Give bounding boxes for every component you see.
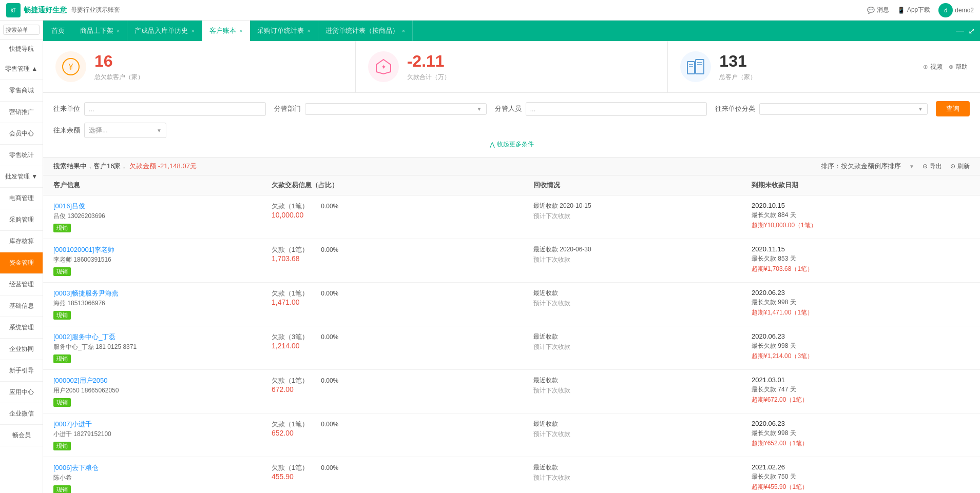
stat-info-customers: 16 总欠款客户（家） [94,52,144,82]
debt-amount-5: 652.00 [272,429,309,437]
filter-往来单位分类-select[interactable]: ▼ [759,103,928,115]
sidebar-item-purchase[interactable]: 采购管理 [0,209,43,231]
table-row: [0006]去下粮仓 陈小希 现销 欠款（1笔） 455.90 0.00% 最近… [43,457,980,493]
tab-product-off-close[interactable]: × [117,28,120,34]
sidebar-item-ecommerce[interactable]: 电商管理 [0,188,43,209]
video-help-btn[interactable]: ⊙ 视频 [923,63,942,71]
sidebar-item-member-center[interactable]: 会员中心 [0,123,43,145]
overdue-link-3[interactable]: 超期¥1,214.00（3笔） [752,352,970,361]
customer-tag-0: 现销 [53,224,71,232]
filter-往来单位-input[interactable]: ... [84,102,266,116]
sidebar-item-newbie[interactable]: 新手引导 [0,360,43,382]
overdue-link-0[interactable]: 超期¥10,000.00（1笔） [752,221,970,230]
debt-ratio-5: 0.00% [321,421,338,428]
filter-分管部门-select[interactable]: ▼ [305,103,487,115]
sidebar-item-app-center[interactable]: 应用中心 [0,382,43,403]
sidebar-item-enterprise-wechat[interactable]: 企业微信 [0,403,43,425]
table-row: [0002]服务中心_丁磊 服务中心_丁磊 181 0125 8371 现销 欠… [43,326,980,370]
collection-cell-1: 最近收款 2020-06-30 预计下次收款 [533,245,752,264]
refresh-btn[interactable]: ⊙ 刷新 [950,162,970,171]
tab-production-history-close[interactable]: × [191,28,194,34]
app-download-label: App下载 [907,6,930,14]
customer-name-5[interactable]: [0007]小进千 [53,420,272,429]
export-label: 导出 [930,162,942,171]
tab-customer-account[interactable]: 客户账本 × [202,21,250,41]
customer-cell-5: [0007]小进千 小进千 18279152100 现销 [53,420,272,450]
tab-product-off[interactable]: 商品上下架 × [73,21,127,41]
customer-name-2[interactable]: [0003]畅捷服务尹海燕 [53,289,272,298]
sidebar-item-basic-info[interactable]: 基础信息 [0,295,43,317]
overdue-link-5[interactable]: 超期¥652.00（1笔） [752,439,970,448]
tab-production-history[interactable]: 产成品入库单历史 × [127,21,202,41]
debt-amount-4: 672.00 [272,385,309,393]
overdue-link-1[interactable]: 超期¥1,703.68（1笔） [752,265,970,273]
collapse-btn[interactable]: ⋀ 收起更多条件 [53,138,970,153]
sidebar-item-retail-mall[interactable]: 零售商城 [0,80,43,102]
message-icon: 💬 [867,7,875,14]
overdue-date-1: 2020.11.15 [752,245,970,253]
tab-purchase-order[interactable]: 采购订单统计表 × [250,21,318,41]
sidebar-item-member-vip[interactable]: 畅会员 [0,425,43,446]
tab-purchase-stats[interactable]: 进货单统计表（按商品） × [318,21,413,41]
customer-tag-4: 现销 [53,398,71,407]
debt-ratio-3: 0.00% [321,333,338,341]
results-bar: 搜索结果中，客户16家， 欠款金额 -21,148.07元 排序：按欠款金额倒序… [43,157,980,175]
help-btn[interactable]: ⊙ 帮助 [949,63,968,71]
filter-往来余额-dropdown[interactable]: 选择... ▼ [84,123,166,138]
last-collection-3: 最近收款 [533,332,752,341]
customer-tag-3: 现销 [53,354,71,363]
sidebar-item-system[interactable]: 系统管理 [0,317,43,339]
sidebar-item-batch-mgmt[interactable]: 批发管理 ▼ [0,166,43,188]
table-container: 客户信息 欠款交易信息（占比） 回收情况 到期未收款日期 [0016]吕俊 吕俊… [43,175,980,493]
sidebar-item-inventory[interactable]: 库存核算 [0,231,43,252]
sidebar-item-marketing[interactable]: 营销推广 [0,102,43,123]
sidebar-item-enterprise-collab[interactable]: 企业协同 [0,339,43,360]
window-minimize-icon[interactable]: — [956,26,964,35]
debt-amount-3: 1,214.00 [272,342,309,350]
filter-分管人员-input[interactable]: ... [526,102,707,116]
tab-purchase-order-close[interactable]: × [307,28,310,34]
filter-area: 往来单位 ... 分管部门 ▼ 分管人员 [43,93,980,157]
stat-label-total: 总客户（家） [719,73,756,82]
customer-name-3[interactable]: [0002]服务中心_丁磊 [53,332,272,342]
svg-rect-4 [696,60,704,74]
overdue-date-0: 2020.10.15 [752,202,970,209]
overdue-link-2[interactable]: 超期¥1,471.00（1笔） [752,308,970,317]
debt-ratio-2: 0.00% [321,290,338,297]
stat-label-debt: 欠款合计（万） [407,73,450,82]
customer-name-0[interactable]: [0016]吕俊 [53,202,272,211]
filter-分管部门-label: 分管部门 [274,104,301,113]
quick-nav[interactable]: 快捷导航 [0,40,43,58]
customer-name-1[interactable]: [0001020001]李老师 [53,245,272,254]
customer-cell-4: [000002]用户2050 用户2050 18665062050 现销 [53,376,272,407]
customer-name-4[interactable]: [000002]用户2050 [53,376,272,385]
search-input[interactable] [3,25,40,35]
sidebar-item-retail-mgmt[interactable]: 零售管理 ▲ [0,58,43,80]
message-action[interactable]: 💬 消息 [867,6,889,14]
tab-home[interactable]: 首页 [43,26,73,35]
tab-purchase-stats-close[interactable]: × [402,28,405,34]
customer-tag-1: 现销 [53,267,71,276]
tab-customer-account-close[interactable]: × [239,28,242,34]
sidebar-item-finance[interactable]: 资金管理 [0,252,43,274]
download-icon: 📱 [897,7,905,14]
sidebar-item-retail-stats[interactable]: 零售统计 [0,145,43,166]
filter-往来单位-label: 往来单位 [53,104,80,113]
table-row: [0007]小进千 小进千 18279152100 现销 欠款（1笔） 652.… [43,413,980,457]
overdue-link-6[interactable]: 超期¥455.90（1笔） [752,483,970,491]
customer-tag-5: 现销 [53,442,71,450]
filter-往来余额-placeholder: 选择... [89,126,108,135]
filter-row-1: 往来单位 ... 分管部门 ▼ 分管人员 [53,101,970,116]
overdue-link-4[interactable]: 超期¥672.00（1笔） [752,396,970,404]
collapse-icon: ⋀ [490,141,495,148]
refresh-icon: ⊙ [950,163,955,170]
refresh-label: 刷新 [957,162,970,171]
user-area[interactable]: d demo2 [938,3,974,17]
app-download-action[interactable]: 📱 App下载 [897,6,930,14]
export-btn[interactable]: ⊙ 导出 [923,162,942,171]
sidebar-item-operations[interactable]: 经营管理 [0,274,43,295]
window-maximize-icon[interactable]: ⤢ [968,26,975,36]
customer-name-6[interactable]: [0006]去下粮仓 [53,463,272,472]
sort-chevron[interactable]: ▼ [909,164,914,169]
search-button[interactable]: 查询 [936,101,970,116]
